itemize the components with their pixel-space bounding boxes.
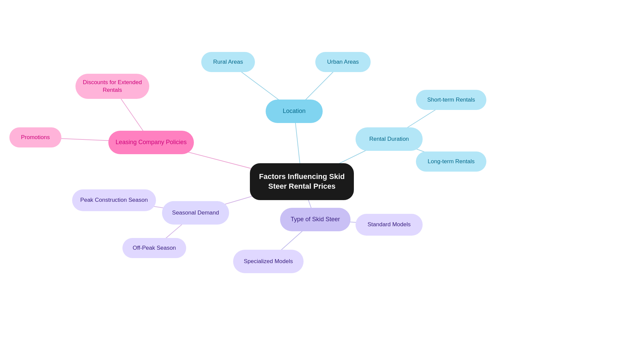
node-peak_season: Peak Construction Season bbox=[72, 189, 156, 211]
node-urban_areas: Urban Areas bbox=[315, 52, 371, 72]
node-seasonal_demand: Seasonal Demand bbox=[162, 201, 229, 225]
node-discounts: Discounts for Extended Rentals bbox=[75, 74, 149, 99]
node-specialized: Specialized Models bbox=[233, 250, 304, 273]
node-rental_duration: Rental Duration bbox=[356, 127, 423, 151]
node-short_term: Short-term Rentals bbox=[416, 90, 486, 110]
node-leasing_policies: Leasing Company Policies bbox=[108, 131, 194, 154]
node-type_skid: Type of Skid Steer bbox=[280, 208, 351, 231]
node-long_term: Long-term Rentals bbox=[416, 152, 486, 172]
node-promotions: Promotions bbox=[9, 127, 61, 147]
node-rural_areas: Rural Areas bbox=[201, 52, 255, 72]
node-off_peak: Off-Peak Season bbox=[122, 238, 186, 258]
node-standard: Standard Models bbox=[356, 214, 423, 236]
node-location: Location bbox=[266, 100, 323, 123]
mind-map-container: Factors Influencing Skid Steer Rental Pr… bbox=[0, 0, 644, 363]
node-center: Factors Influencing Skid Steer Rental Pr… bbox=[250, 163, 354, 200]
